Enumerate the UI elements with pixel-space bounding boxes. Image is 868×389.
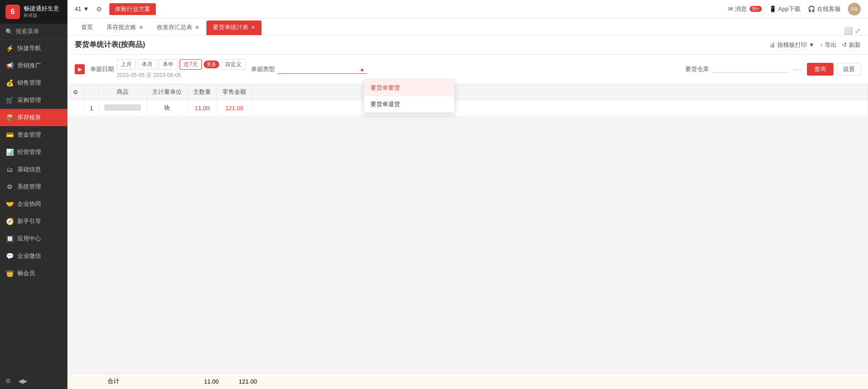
sidebar-item-basic[interactable]: 🗂 基础信息 (0, 161, 67, 178)
sidebar-settings-btn[interactable]: ⚙ (5, 378, 11, 384)
messages-item[interactable]: ✉ 消息 99+ (728, 5, 762, 13)
breadcrumb-select[interactable]: 41 ▼ (75, 5, 89, 12)
sidebar-item-label: 销售管理 (17, 79, 41, 87)
filter-bar: ▶ 单据日期 上月 本月 本年 近7天 更多 自定义 2023-05-06 至 … (67, 55, 868, 84)
export-label: 导出 (825, 41, 837, 49)
sidebar-item-enterprise[interactable]: 🤝 企业协同 (0, 195, 67, 213)
wechat-icon: 💬 (5, 252, 14, 260)
filter-expand-button[interactable]: ▶ (75, 64, 85, 74)
logo-icon: 6 (5, 5, 20, 19)
support-item[interactable]: 🎧 在线客服 (808, 5, 841, 13)
tab-order-summary-close[interactable]: ✕ (251, 25, 255, 31)
sidebar-collapse-btn[interactable]: ◀▶ (18, 378, 27, 384)
warehouse-input[interactable] (712, 66, 789, 73)
date-buttons: 上月 本月 本年 近7天 更多 自定义 (117, 59, 246, 70)
sidebar-item-label: 资金管理 (17, 131, 41, 139)
type-dropdown: 要货单要货 要货单退货 (364, 79, 455, 113)
breadcrumb-chevron-icon: ▼ (83, 5, 89, 12)
warehouse-more-icon[interactable]: ⋯ (793, 64, 801, 74)
search-icon: 🔍 (5, 28, 13, 35)
top-header: 41 ▼ ⚙ 体验行业方案 ✉ 消息 99+ 📱 App下载 🎧 在线客服 Ri… (67, 0, 868, 18)
member-icon: 👑 (5, 270, 14, 277)
date-btn-this-month[interactable]: 本月 (138, 59, 157, 70)
user-avatar[interactable]: Rit (848, 3, 861, 15)
tab-expand-icon[interactable]: ⤢ (855, 26, 861, 35)
export-action[interactable]: ↑ 导出 (820, 41, 837, 49)
header-left: 41 ▼ ⚙ 体验行业方案 (75, 3, 156, 15)
sidebar-item-marketing[interactable]: 📢 营销推广 (0, 57, 67, 74)
refresh-icon: ↺ (842, 41, 847, 48)
guide-icon: 🧭 (5, 218, 14, 225)
tab-home[interactable]: 首页 (75, 20, 99, 35)
app-download-item[interactable]: 📱 App下载 (769, 5, 801, 13)
tab-bar-right: ⬜ ⤢ (844, 26, 861, 35)
app-version: 标准版 (24, 12, 59, 19)
dropdown-item-order-goods-label: 要货单要货 (370, 84, 400, 91)
sidebar-item-label: 畅会员 (17, 269, 35, 277)
sidebar-item-label: 库存核算 (17, 113, 41, 122)
sidebar-item-label: 经营管理 (17, 148, 41, 156)
messages-label: 消息 (735, 5, 747, 13)
sidebar-item-quick-nav[interactable]: ⚡ 快捷导航 (0, 40, 67, 57)
basic-icon: 🗂 (5, 166, 14, 173)
app-download-icon: 📱 (769, 5, 776, 12)
date-btn-custom[interactable]: 自定义 (221, 59, 246, 70)
system-icon: ⚙ (5, 183, 14, 190)
tab-bar: 首页 库存批次账 ✕ 收发存汇总表 ✕ 要货单统计表 ✕ ⬜ ⤢ (67, 18, 868, 36)
sidebar-item-label: 采购管理 (17, 96, 41, 104)
sidebar-item-apps[interactable]: 🔲 应用中心 (0, 230, 67, 247)
messages-badge: 99+ (750, 6, 762, 12)
sidebar-item-label: 基础信息 (17, 165, 41, 174)
sidebar-item-guide[interactable]: 🧭 新手引导 (0, 213, 67, 230)
print-action[interactable]: 🖨 按模板打印 ▼ (770, 41, 815, 49)
footer-quantity: 11.00 (193, 378, 230, 385)
tab-inventory-batch[interactable]: 库存批次账 ✕ (100, 20, 149, 35)
date-btn-this-year[interactable]: 本年 (159, 59, 178, 70)
sidebar-item-label: 企业协同 (17, 200, 41, 208)
inventory-icon: 📦 (5, 114, 14, 121)
tab-recv-summary-close[interactable]: ✕ (195, 25, 199, 31)
app-name: 畅捷通好生意 (24, 5, 59, 13)
sidebar-item-wechat[interactable]: 💬 企业微信 (0, 247, 67, 265)
sidebar-bottom: ⚙ ◀▶ (0, 373, 67, 389)
tab-maximize-icon[interactable]: ⬜ (844, 26, 853, 35)
settings-button[interactable]: 设置 (837, 63, 861, 76)
date-btn-last-7-days[interactable]: 近7天 (180, 59, 202, 70)
sidebar-item-label: 新手引导 (17, 217, 41, 225)
sidebar-item-finance[interactable]: 💳 资金管理 (0, 126, 67, 143)
td-unit: 块 (147, 100, 188, 116)
tab-recv-summary-label: 收发存汇总表 (157, 23, 192, 31)
tab-recv-summary[interactable]: 收发存汇总表 ✕ (150, 20, 205, 35)
date-btn-last-month[interactable]: 上月 (117, 59, 136, 70)
tab-inventory-batch-close[interactable]: ✕ (139, 25, 143, 31)
sidebar-item-inventory[interactable]: 📦 库存核算 (0, 109, 67, 126)
type-select-input[interactable] (277, 65, 367, 74)
sidebar-item-operations[interactable]: 📊 经营管理 (0, 143, 67, 161)
search-menu[interactable]: 🔍 搜索菜单 (0, 24, 67, 40)
sidebar-item-system[interactable]: ⚙ 系统管理 (0, 178, 67, 195)
refresh-label: 刷新 (849, 41, 861, 49)
filter-date-group: 单据日期 上月 本月 本年 近7天 更多 自定义 2023-05-06 至 20… (90, 59, 246, 79)
th-empty1 (252, 84, 868, 100)
data-table: ⚙ 商品 主计量单位 主数量 零售金额 1 (67, 84, 868, 116)
filter-type-group: 单据类型 ▲ (251, 65, 367, 74)
sidebar-item-sales[interactable]: 💰 销售管理 (0, 74, 67, 92)
dropdown-item-order-goods[interactable]: 要货单要货 (364, 80, 454, 96)
warehouse-label: 要货仓库 (685, 65, 709, 73)
query-button[interactable]: 查询 (807, 63, 833, 76)
sidebar-item-member[interactable]: 👑 畅会员 (0, 265, 67, 282)
refresh-action[interactable]: ↺ 刷新 (842, 41, 861, 49)
dropdown-item-order-return[interactable]: 要货单退货 (364, 96, 454, 113)
th-settings[interactable]: ⚙ (67, 84, 84, 100)
date-more-badge[interactable]: 更多 (204, 61, 219, 68)
th-unit: 主计量单位 (147, 84, 188, 100)
th-amount: 零售金额 (217, 84, 252, 100)
sidebar-item-purchase[interactable]: 🛒 采购管理 (0, 92, 67, 109)
tab-order-summary-label: 要货单统计表 (213, 23, 248, 31)
logo-text-group: 畅捷通好生意 标准版 (24, 5, 59, 19)
marketing-icon: 📢 (5, 62, 14, 69)
header-settings-icon[interactable]: ⚙ (96, 5, 102, 13)
tab-order-summary[interactable]: 要货单统计表 ✕ (206, 20, 262, 35)
promo-button[interactable]: 体验行业方案 (109, 3, 156, 15)
product-placeholder (104, 104, 141, 111)
